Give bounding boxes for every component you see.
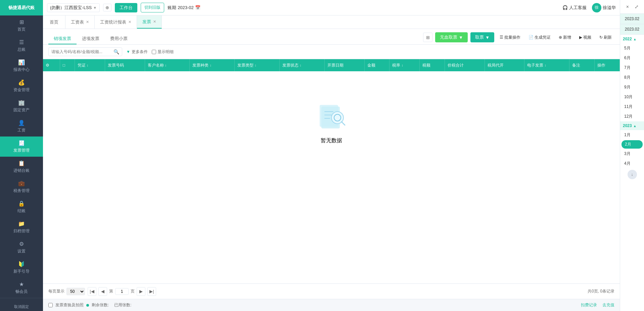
sidebar-item-archive[interactable]: 📁 归档管理 (0, 217, 43, 237)
oldver-button[interactable]: 切到旧版 (141, 3, 164, 12)
col-voucher[interactable]: 凭证 ↕ (75, 59, 105, 71)
take-ticket-button[interactable]: 取票 ▼ (470, 32, 494, 42)
sidebar-item-invoice[interactable]: 🧾 发票管理 (0, 137, 43, 157)
invoice-record-link[interactable]: 扣费记录 (581, 302, 597, 308)
tab-invoice-close-icon[interactable]: ✕ (153, 20, 156, 24)
scroll-down-icon[interactable]: ↓ (628, 170, 637, 179)
filterbar: 🔍 ▼ 更多条件 显示明细 (43, 45, 620, 59)
date-sidebar-maximize-button[interactable]: ⤢ (632, 2, 642, 11)
tab-invoice[interactable]: 发票 ✕ (137, 15, 162, 29)
col-amount[interactable]: 金额 (364, 59, 389, 71)
sidebar-item-close[interactable]: 🔒 结账 (0, 197, 43, 217)
tab-payroll-close-icon[interactable]: ✕ (86, 20, 89, 24)
sidebar-item-guide[interactable]: 🔰 新手引导 (0, 258, 43, 278)
col-invoice-no[interactable]: 发票号码 (105, 59, 145, 71)
batch-op-button[interactable]: ☰ 批量操作 (497, 33, 523, 42)
invoice-check-checkbox[interactable] (48, 303, 53, 307)
tax-icon: 💼 (18, 180, 25, 187)
month-2023-3[interactable]: 3月 (620, 149, 644, 159)
no-tax-button[interactable]: 无血取票 ▼ (435, 32, 468, 42)
tab-payroll-stats[interactable]: 工资统计报表 ✕ (95, 15, 137, 29)
col-invoice-type[interactable]: 发票种类 ↕ (190, 59, 235, 71)
col-checkbox[interactable]: □ (60, 59, 75, 71)
sub-tab-sales-invoice[interactable]: 销项发票 (48, 34, 77, 44)
year-2022-header[interactable]: 2022 ▲ (620, 35, 644, 43)
new-button[interactable]: ⊕ 新增 (556, 33, 574, 42)
month-2022-6[interactable]: 6月 (620, 53, 644, 63)
col-open-date[interactable]: 开票日期 (324, 59, 364, 71)
month-2023-1[interactable]: 1月 (620, 130, 644, 140)
col-settings[interactable]: ⚙ (43, 59, 60, 71)
tab-payroll[interactable]: 工资表 ✕ (65, 15, 95, 29)
month-2023-4[interactable]: 4月 (620, 159, 644, 168)
month-2022-9[interactable]: 9月 (620, 82, 644, 92)
prev-page-button[interactable]: ◀ (98, 287, 107, 296)
more-filter-button[interactable]: ▼ 更多条件 (126, 49, 148, 55)
per-page-select[interactable]: 50 20 100 (66, 288, 85, 295)
col-total[interactable]: 价税合计 (445, 59, 485, 71)
video-button[interactable]: ▶ 视频 (577, 33, 594, 42)
month-2022-10[interactable]: 10月 (620, 92, 644, 102)
page-input[interactable] (115, 288, 129, 295)
sidebar-item-funds[interactable]: 💰 资金管理 (0, 76, 43, 96)
col-tax-bureau[interactable]: 税局代开 (485, 59, 524, 71)
month-2022-12[interactable]: 12月 (620, 112, 644, 121)
col-actions: 操作 (595, 59, 620, 71)
sidebar-item-home[interactable]: ⊞ 首页 (0, 15, 43, 36)
search-input[interactable] (51, 49, 111, 54)
copy-button[interactable]: ⊕ (103, 4, 111, 11)
col-invoice-category[interactable]: 发票类型 ↕ (235, 59, 280, 71)
company-selector[interactable]: (勿删）江西股宝-LSS ▼ (47, 3, 100, 12)
month-2023-2[interactable]: 2月 (622, 140, 643, 149)
date-entry-1[interactable]: 2023.02 (620, 14, 644, 24)
month-2022-5[interactable]: 5月 (620, 43, 644, 53)
tab-home[interactable]: 首页 (43, 15, 65, 29)
page-suffix: 页 (131, 288, 135, 294)
bottombar-left: 发票查验及拍照 剩余张数: 已用张数: (48, 302, 134, 308)
date-sidebar-close-button[interactable]: × (623, 2, 632, 11)
next-page-button[interactable]: ▶ (137, 287, 145, 296)
refresh-button[interactable]: ↻ 刷新 (597, 33, 614, 42)
date-entry-2[interactable]: 2023.02 (620, 24, 644, 35)
month-2022-7[interactable]: 7月 (620, 63, 644, 73)
first-page-button[interactable]: |◀ (88, 287, 96, 296)
col-invoice-status[interactable]: 发票状态 ↕ (280, 59, 325, 71)
month-2022-8[interactable]: 8月 (620, 73, 644, 82)
calendar-icon[interactable]: 📅 (195, 5, 200, 10)
year-2023-header[interactable]: 2023 ▲ (620, 121, 644, 130)
sub-tab-expense-label: 费用小票 (110, 36, 128, 41)
sidebar-item-assets[interactable]: 🏢 固定资产 (0, 96, 43, 116)
month-2022-11[interactable]: 11月 (620, 102, 644, 112)
col-tax-rate[interactable]: 税率 ↕ (389, 59, 420, 71)
sidebar-item-payroll[interactable]: 👤 工资 (0, 116, 43, 137)
search-icon[interactable]: 🔍 (113, 49, 119, 54)
sub-tab-purchase-invoice[interactable]: 进项发票 (77, 34, 105, 44)
recharge-link[interactable]: 去充值 (602, 302, 614, 308)
col-customer[interactable]: 客户名称 ↕ (145, 59, 190, 71)
workbench-button[interactable]: 工作台 (115, 3, 137, 12)
sidebar-item-sales[interactable]: 📋 进销台账 (0, 157, 43, 177)
empty-text: 暂无数据 (321, 137, 342, 144)
sidebar-item-ledger[interactable]: ☰ 总账 (0, 36, 43, 56)
sidebar-item-member[interactable]: ★ 畅会员 (0, 278, 43, 298)
sidebar-item-reports[interactable]: 📊 报表中心 (0, 56, 43, 76)
sidebar-item-settings[interactable]: ⚙ 设置 (0, 237, 43, 258)
generate-voucher-button[interactable]: 📄 生成凭证 (526, 33, 553, 42)
col-remark[interactable]: 备注 (569, 59, 595, 71)
sidebar-item-tax[interactable]: 💼 税务管理 (0, 177, 43, 197)
take-ticket-arrow-icon: ▼ (485, 35, 490, 40)
last-page-button[interactable]: ▶| (147, 287, 156, 296)
company-name: (勿删）江西股宝-LSS (50, 5, 92, 11)
tab-payroll-stats-close-icon[interactable]: ✕ (128, 20, 131, 24)
col-electronic[interactable]: 电子发票 ↕ (524, 59, 569, 71)
col-tax[interactable]: 税额 (420, 59, 445, 71)
status-dot (86, 304, 89, 307)
grid-view-icon[interactable]: ⊞ (423, 33, 432, 42)
sub-tab-expense-receipt[interactable]: 费用小票 (105, 34, 133, 44)
sidebar-unpin[interactable]: 取消固定 (0, 301, 43, 311)
invoice-icon: 🧾 (18, 140, 25, 146)
service-button[interactable]: 🎧 人工客服 (562, 5, 587, 11)
user-menu[interactable]: 徐 徐溢华 (592, 3, 616, 12)
svg-line-3 (341, 122, 345, 125)
show-detail-checkbox[interactable] (152, 50, 156, 54)
